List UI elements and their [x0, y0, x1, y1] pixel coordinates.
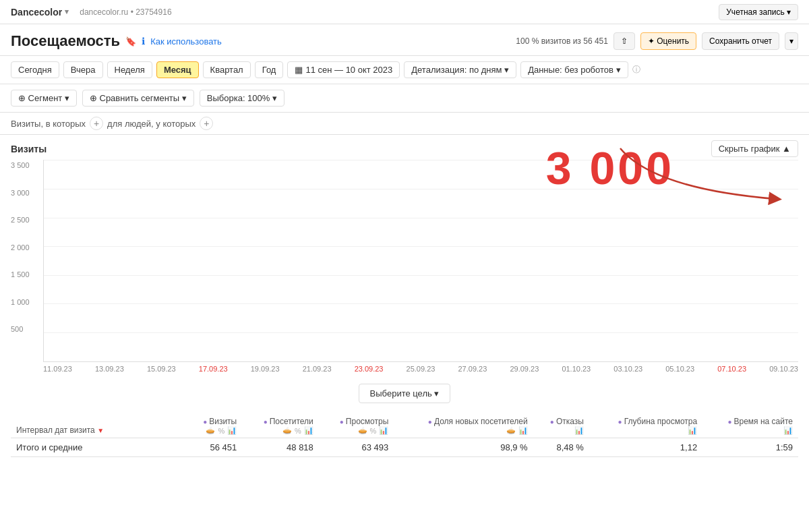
y-label-1000: 1 000: [11, 298, 30, 306]
account-button[interactable]: Учетная запись ▾: [719, 4, 798, 20]
date-range-label: 11 сен — 10 окт 2023: [305, 65, 392, 75]
period-week[interactable]: Неделя: [107, 61, 152, 78]
x-label-0310: 03.10.23: [613, 365, 642, 373]
x-label-2109: 21.09.23: [303, 365, 332, 373]
for-people-label: для людей, у которых: [107, 119, 196, 129]
segment-bar: ⊕ Сегмент ▾ ⊕ Сравнить сегменты ▾ Выборк…: [0, 84, 809, 113]
col-header-visits: ● Визиты 🥧 % 📊: [186, 414, 242, 438]
period-month[interactable]: Месяц: [156, 61, 199, 78]
title-bar: Посещаемость 🔖 ℹ Как использовать 100 % …: [0, 24, 809, 56]
x-label-2509: 25.09.23: [407, 365, 436, 373]
content-area: 3 000 Визиты Скрыть график ▲ 3 500 3 000…: [0, 135, 809, 373]
col-header-views: ● Просмотры 🥧 % 📊: [319, 414, 394, 438]
circle-visitors-icon: ●: [264, 418, 268, 425]
visit-bar: Визиты, в которых + для людей, у которых…: [0, 113, 809, 135]
depth-col-icons: 📊: [595, 426, 697, 435]
goal-area: Выберите цель ▾: [0, 373, 809, 414]
add-people-condition-button[interactable]: +: [200, 117, 213, 130]
period-year[interactable]: Год: [255, 61, 284, 78]
col-header-time: ● Время на сайте 📊: [702, 414, 798, 438]
circle-depth-icon: ●: [618, 418, 622, 425]
circle-new-icon: ●: [428, 418, 432, 425]
compare-segments-button[interactable]: ⊕ Сравнить сегменты ▾: [82, 90, 194, 107]
col-header-visitors: ● Посетители 🥧 % 📊: [242, 414, 319, 438]
total-time: 1:59: [702, 438, 798, 457]
x-label-1909: 19.09.23: [251, 365, 280, 373]
col-header-new: ● Доля новых посетителей 🥧 📊: [394, 414, 533, 438]
hide-chart-button[interactable]: Скрыть график ▲: [711, 140, 798, 157]
info-icon: ℹ: [142, 36, 145, 47]
period-today[interactable]: Сегодня: [11, 61, 59, 78]
new-col-icons: 🥧 📊: [399, 426, 527, 435]
robot-data-button[interactable]: Данные: без роботов ▾: [520, 61, 628, 78]
y-label-0: [11, 353, 30, 361]
date-range-button[interactable]: ▦ 11 сен — 10 окт 2023: [287, 61, 400, 78]
circle-time-icon: ●: [727, 418, 731, 425]
total-depth: 1,12: [589, 438, 702, 457]
brand[interactable]: Dancecolor ▾: [11, 7, 69, 18]
table-section: Интервал дат визита ▼ ● Визиты 🥧 % 📊: [0, 414, 809, 457]
visits-col-icons: 🥧 % 📊: [191, 426, 237, 435]
calendar-icon: ▦: [295, 65, 303, 75]
bookmark-icon[interactable]: 🔖: [125, 36, 136, 47]
sort-arrow-icon: ▼: [97, 427, 104, 434]
time-col-icons: 📊: [708, 426, 793, 435]
export-button[interactable]: ⇧: [613, 32, 635, 50]
top-bar: Dancecolor ▾ dancecolor.ru • 23754916 Уч…: [0, 0, 809, 24]
detail-button[interactable]: Детализация: по дням ▾: [404, 61, 516, 78]
chart-bars-container: [43, 160, 798, 362]
x-label-0510: 05.10.23: [665, 365, 694, 373]
bounce-col-icons: 📊: [539, 426, 584, 435]
circle-bounce-icon: ●: [550, 418, 554, 425]
x-label-1309: 13.09.23: [95, 365, 124, 373]
total-views: 63 493: [319, 438, 394, 457]
brand-name: Dancecolor: [11, 7, 62, 18]
goal-select-button[interactable]: Выберите цель ▾: [359, 384, 451, 403]
chart-header: Визиты Скрыть график ▲: [11, 135, 798, 160]
data-table: Интервал дат визита ▼ ● Визиты 🥧 % 📊: [11, 414, 798, 457]
y-axis: 3 500 3 000 2 500 2 000 1 500 1 000 500: [11, 160, 30, 362]
y-label-1500: 1 500: [11, 270, 30, 278]
title-bar-left: Посещаемость 🔖 ℹ Как использовать: [11, 32, 222, 50]
col-header-date: Интервал дат визита ▼: [11, 414, 186, 438]
y-label-2000: 2 000: [11, 243, 30, 252]
filter-info-icon: ⓘ: [632, 64, 640, 76]
period-quarter[interactable]: Квартал: [203, 61, 251, 78]
visitors-col-icons: 🥧 % 📊: [247, 426, 313, 435]
page-title: Посещаемость: [11, 32, 120, 50]
site-info: dancecolor.ru • 23754916: [80, 7, 171, 17]
x-label-2309: 23.09.23: [355, 365, 384, 373]
save-button[interactable]: Сохранить отчет: [702, 32, 779, 50]
total-label: Итого и средние: [11, 438, 186, 457]
x-axis: 11.09.23 13.09.23 15.09.23 17.09.23 19.0…: [43, 362, 798, 373]
total-visits: 56 451: [186, 438, 242, 457]
period-yesterday[interactable]: Вчера: [63, 61, 103, 78]
views-col-icons: 🥧 % 📊: [324, 426, 388, 435]
add-visit-condition-button[interactable]: +: [90, 117, 103, 130]
brand-chevron: ▾: [65, 7, 69, 16]
chart-title: Визиты: [11, 144, 47, 154]
x-label-2909: 29.09.23: [510, 365, 539, 373]
visit-condition-label: Визиты, в которых: [11, 119, 86, 129]
circle-views-icon: ●: [340, 418, 344, 425]
x-label-0710: 07.10.23: [717, 365, 746, 373]
y-label-3000: 3 000: [11, 189, 30, 197]
visits-info: 100 % визитов из 56 451: [516, 36, 608, 46]
table-header-row: Интервал дат визита ▼ ● Визиты 🥧 % 📊: [11, 414, 798, 438]
y-label-3500: 3 500: [11, 161, 30, 169]
total-visitors: 48 818: [242, 438, 319, 457]
export-icon: ⇧: [621, 36, 628, 46]
x-label-0910: 09.10.23: [769, 365, 798, 373]
col-header-bounce: ● Отказы 📊: [533, 414, 589, 438]
x-label-2709: 27.09.23: [458, 365, 487, 373]
rate-button[interactable]: ✦ Оценить: [640, 32, 696, 50]
sample-button[interactable]: Выборка: 100% ▾: [200, 90, 284, 107]
title-bar-right: 100 % визитов из 56 451 ⇧ ✦ Оценить Сохр…: [516, 32, 798, 50]
how-to-use-link[interactable]: Как использовать: [150, 36, 222, 47]
x-label-1109: 11.09.23: [43, 365, 72, 373]
chart-section: Визиты Скрыть график ▲ 3 500 3 000 2 500…: [0, 135, 809, 373]
col-header-depth: ● Глубина просмотра 📊: [589, 414, 702, 438]
save-chevron-button[interactable]: ▾: [785, 32, 798, 50]
top-bar-left: Dancecolor ▾ dancecolor.ru • 23754916: [11, 7, 172, 18]
segment-button[interactable]: ⊕ Сегмент ▾: [11, 90, 77, 107]
